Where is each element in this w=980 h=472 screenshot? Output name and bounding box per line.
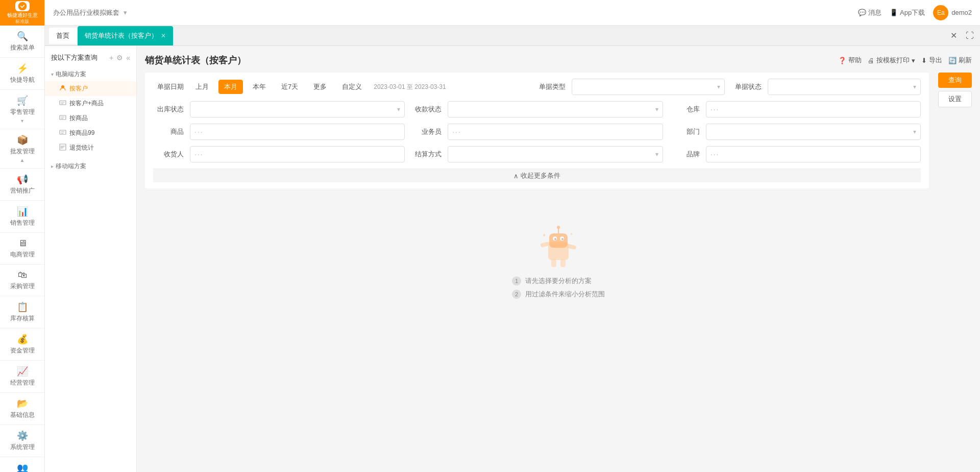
- settings-button[interactable]: 设置: [938, 91, 972, 107]
- sidebar-item-search-label: 搜索菜单: [10, 43, 35, 52]
- app-download-button[interactable]: 📱 App下载: [890, 8, 925, 17]
- collapse-row[interactable]: ∧ 收起更多条件: [153, 169, 921, 182]
- ecommerce-icon: 🖥: [18, 238, 27, 249]
- sidebar-item-system[interactable]: ⚙️ 系统管理: [0, 425, 44, 457]
- header-right: 💬 消息 📱 App下载 Ea demo2: [858, 5, 972, 20]
- sidebar-item-finance[interactable]: 💰 资金管理: [0, 328, 44, 361]
- sidebar-group-mobile-header[interactable]: ▸ 移动端方案: [45, 159, 136, 173]
- recipient-input[interactable]: ···: [190, 146, 405, 162]
- filter-section-wrapper: 单据日期 上月 本月 本年 近7天: [145, 73, 972, 188]
- out-status-select[interactable]: [190, 101, 405, 117]
- svg-rect-6: [549, 233, 568, 248]
- sidebar-item-search[interactable]: 🔍 搜索菜单: [0, 26, 44, 58]
- payment-status-select[interactable]: [448, 101, 663, 117]
- window-maximize-button[interactable]: ⛶: [964, 30, 976, 42]
- sidebar-item-operation[interactable]: 📈 经营管理: [0, 361, 44, 393]
- sidebar-item-by-goods[interactable]: 按商品: [45, 111, 136, 126]
- download-icon: 📱: [890, 9, 898, 16]
- salesperson-input[interactable]: ···: [448, 124, 663, 140]
- tab-home[interactable]: 首页: [49, 28, 77, 44]
- wholesale-chevron: ▲: [20, 157, 25, 163]
- user-name: demo2: [951, 9, 972, 16]
- refresh-label: 刷新: [959, 56, 972, 65]
- order-status-select[interactable]: [768, 79, 921, 95]
- sidebar-item-return-stat[interactable]: 退货统计: [45, 140, 136, 155]
- recipient-dots: ···: [194, 150, 204, 158]
- date-btn-this-year[interactable]: 本年: [247, 80, 272, 94]
- date-btn-more[interactable]: 更多: [308, 80, 332, 94]
- sidebar-item-basic[interactable]: 📂 基础信息: [0, 393, 44, 425]
- return-stat-icon: [59, 144, 66, 152]
- sidebar-group-desktop-header[interactable]: ▾ 电脑端方案: [45, 67, 136, 81]
- sidebar-item-purchase[interactable]: 🛍 采购管理: [0, 265, 44, 296]
- print-chevron: ▾: [912, 57, 915, 64]
- sidebar-item-sales[interactable]: 📊 销售管理: [0, 201, 44, 233]
- export-button[interactable]: ⬇ 导出: [921, 56, 942, 65]
- department-label: 部门: [669, 127, 700, 136]
- mobile-group-arrow: ▸: [51, 163, 54, 169]
- sidebar-item-retail[interactable]: 🛒 零售管理: [0, 90, 44, 129]
- help-label: 帮助: [848, 56, 862, 65]
- payment-method-chevron: [655, 151, 658, 158]
- tab-sales-stat[interactable]: 销货单统计表（按客户） ✕: [78, 26, 173, 45]
- order-type-select[interactable]: [572, 79, 725, 95]
- goods-dots: ···: [194, 128, 204, 136]
- sidebar-item-marketing[interactable]: 📢 营销推广: [0, 169, 44, 201]
- sidebar-item-operation-label: 经营管理: [10, 379, 35, 387]
- sidebar-item-wholesale[interactable]: 📦 批发管理 ▲: [0, 129, 44, 169]
- sidebar-item-enterprise[interactable]: 👥 企业协同: [0, 457, 44, 472]
- template-print-button[interactable]: 🖨 按模板打印 ▾: [868, 56, 915, 65]
- filter-section: 单据日期 上月 本月 本年 近7天: [145, 73, 929, 188]
- svg-point-10: [561, 238, 564, 240]
- tab-close-icon[interactable]: ✕: [161, 32, 166, 39]
- salesperson-dots: ···: [452, 128, 461, 136]
- date-btn-this-month[interactable]: 本月: [218, 80, 243, 94]
- help-icon: ❓: [838, 57, 846, 64]
- warehouse-label: 仓库: [669, 105, 700, 114]
- sub-sidebar-settings-button[interactable]: ⚙: [116, 54, 123, 62]
- brand-input[interactable]: ···: [706, 146, 921, 162]
- message-button[interactable]: 💬 消息: [858, 8, 881, 17]
- date-btn-7days[interactable]: 近7天: [276, 80, 304, 94]
- department-select[interactable]: [706, 124, 921, 140]
- sidebar-item-system-label: 系统管理: [10, 443, 35, 452]
- logo-icon: [15, 1, 30, 11]
- sidebar-item-ecommerce[interactable]: 🖥 电商管理: [0, 233, 44, 265]
- hint-item-2: 2 用过滤条件来缩小分析范围: [512, 290, 605, 299]
- sub-sidebar: 按以下方案查询 + ⚙ « ▾ 电脑端方案: [45, 46, 137, 472]
- sidebar-item-by-customer[interactable]: 按客户: [45, 81, 136, 96]
- help-button[interactable]: ❓ 帮助: [838, 56, 862, 65]
- sidebar-item-quick-nav[interactable]: ⚡ 快捷导航: [0, 58, 44, 90]
- sub-sidebar-collapse-button[interactable]: «: [126, 54, 130, 62]
- by-customer-goods-icon: [59, 99, 66, 108]
- svg-text:✦: ✦: [570, 232, 573, 237]
- by-customer-label: 按客户: [69, 84, 88, 93]
- payment-method-select[interactable]: [448, 146, 663, 162]
- order-type-chevron: [717, 83, 720, 90]
- query-buttons: 查询 设置: [938, 73, 972, 107]
- sub-sidebar-title: 按以下方案查询 + ⚙ «: [45, 50, 136, 65]
- sidebar-item-wholesale-label: 批发管理: [10, 147, 35, 156]
- page-header: 销货单统计表（按客户） ❓ 帮助 🖨 按模板打印 ▾ ⬇ 导出: [145, 54, 972, 66]
- warehouse-input[interactable]: ···: [706, 101, 921, 117]
- sidebar-item-by-customer-goods[interactable]: 按客户+商品: [45, 96, 136, 111]
- export-icon: ⬇: [921, 57, 927, 64]
- sub-sidebar-add-button[interactable]: +: [109, 54, 113, 62]
- left-sidebar: 畅捷通好生意 标准版 🔍 搜索菜单 ⚡ 快捷导航 🛒 零售管理 📦 批发管理 ▲…: [0, 0, 45, 472]
- date-btn-last-month[interactable]: 上月: [190, 80, 214, 94]
- empty-state: ✦ ✦ 1 请先选择要分析的方案 2 用过滤条件来缩小分析范围: [145, 188, 972, 329]
- goods-input[interactable]: ···: [190, 124, 405, 140]
- query-button[interactable]: 查询: [938, 73, 972, 88]
- out-status-chevron: [397, 106, 400, 113]
- window-close-button[interactable]: ✕: [947, 30, 960, 42]
- mobile-group-label: 移动端方案: [56, 162, 86, 171]
- refresh-button[interactable]: 🔄 刷新: [948, 56, 972, 65]
- sub-sidebar-title-label: 按以下方案查询: [51, 53, 97, 62]
- message-label: 消息: [868, 8, 881, 17]
- svg-rect-16: [560, 259, 566, 267]
- sidebar-item-by-goods-99[interactable]: 按商品99: [45, 126, 136, 140]
- window-controls: ✕ ⛶: [947, 30, 976, 42]
- user-profile-button[interactable]: Ea demo2: [933, 5, 972, 20]
- date-btn-custom[interactable]: 自定义: [336, 80, 368, 94]
- sidebar-item-inventory[interactable]: 📋 库存核算: [0, 296, 44, 328]
